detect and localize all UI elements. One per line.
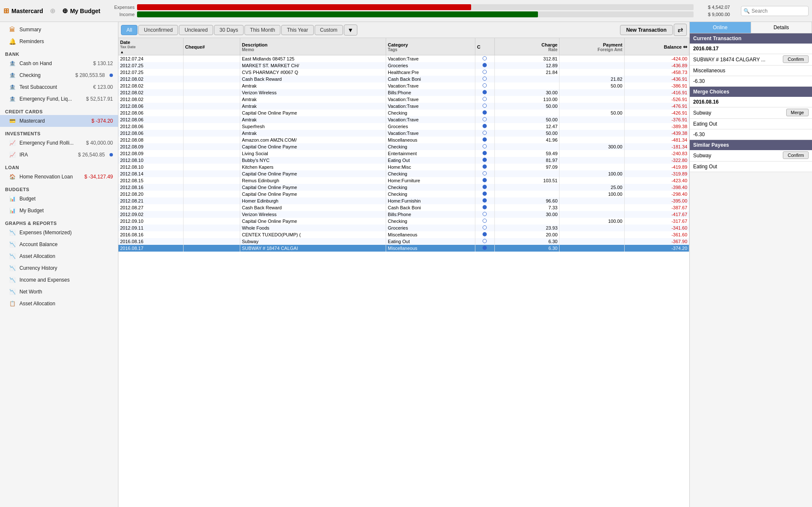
table-row[interactable]: 2012.08.20 Capital One Online Payme Chec… (118, 191, 689, 197)
table-row[interactable]: 2012.08.06 Capital One Online Payme Chec… (118, 110, 689, 116)
th-date[interactable]: Date Tax Date ▲ (118, 38, 183, 55)
graph-icon-7: 📋 (8, 300, 16, 307)
tab-online[interactable]: Online (690, 22, 751, 33)
sidebar-item-budget[interactable]: 📊 Budget (0, 193, 118, 205)
loan-header[interactable]: LOAN (0, 162, 118, 171)
th-c[interactable]: C (475, 38, 494, 55)
investments-header[interactable]: INVESTMENTS (0, 129, 118, 137)
filter-this-month[interactable]: This Month (244, 25, 280, 35)
new-transaction-btn[interactable]: New Transaction (620, 25, 673, 35)
table-row[interactable]: 2016.08.16 Subway Eating Out 6.30 -367.9… (118, 238, 689, 245)
sidebar-item-checking[interactable]: 🏦 Checking $ 280,553.58 (0, 69, 118, 81)
table-row[interactable]: 2012.08.02 Cash Back Reward Cash Back Bo… (118, 76, 689, 82)
table-row[interactable]: 2012.09.02 Verizon Wireless Bills:Phone … (118, 211, 689, 218)
sidebar-item-reminders[interactable]: 🔔 Reminders (0, 36, 118, 47)
cell-payment (560, 177, 624, 184)
account-selector[interactable]: ⊞ Mastercard (3, 7, 43, 15)
sidebar-item-expenses-memo[interactable]: 📉 Expenses (Memorized) (0, 227, 118, 238)
currency-history-label: Currency History (19, 265, 113, 271)
search-input[interactable] (741, 6, 809, 16)
cell-payment: 100.00 (560, 170, 624, 177)
cell-desc: Kitchen Kapers (240, 164, 386, 170)
table-row[interactable]: 2012.08.10 Kitchen Kapers Home:Misc 97.0… (118, 164, 689, 170)
table-row[interactable]: 2012.08.06 Amtrak Vacation:Trave 50.00 -… (118, 116, 689, 123)
col-resize-handle[interactable]: ⇔ (683, 44, 687, 50)
summary-icon: 🏛 (8, 26, 16, 33)
graph-icon-1: 📉 (8, 229, 16, 236)
graphs-header[interactable]: GRAPHS & REPORTS (0, 218, 118, 227)
bank-icon-checking: 🏦 (8, 71, 16, 79)
sidebar-item-loan[interactable]: 🏠 Home Renovation Loan $ -34,127.49 (0, 171, 118, 183)
table-row[interactable]: 2012.08.06 Amtrak Vacation:Trave 50.00 -… (118, 103, 689, 110)
table-row[interactable]: 2012.07.25 MARKET ST. MARKET CH/ Groceri… (118, 62, 689, 69)
table-row[interactable]: 2012.08.09 Capital One Online Payme Chec… (118, 143, 689, 150)
cell-payment (560, 123, 624, 130)
table-row[interactable]: 2012.08.08 Amazon.com AMZN.COM/ Miscella… (118, 137, 689, 143)
cell-cheque (183, 191, 240, 197)
filter-custom[interactable]: Custom (315, 25, 343, 35)
filter-unconfirmed[interactable]: Unconfirmed (138, 25, 178, 35)
cell-cat: Eating Out (386, 157, 475, 164)
cell-cat: Checking (386, 110, 475, 116)
cell-desc: Subway (240, 238, 386, 245)
budget-label: My Budget (70, 8, 101, 14)
budgets-header[interactable]: BUDGETS (0, 184, 118, 193)
table-row[interactable]: 2012.08.02 Amtrak Vacation:Trave 50.00 -… (118, 82, 689, 89)
table-row[interactable]: 2012.08.09 Living Social Entertainment 5… (118, 150, 689, 157)
filter-all[interactable]: All (121, 25, 137, 35)
sidebar-item-account-balance[interactable]: 📉 Account Balance (0, 238, 118, 250)
bank-header[interactable]: BANK (0, 49, 118, 58)
sidebar-item-my-budget[interactable]: 📊 My Budget (0, 205, 118, 217)
sidebar-item-efr[interactable]: 📈 Emergency Fund Rolli... $ 40,000.00 (0, 137, 118, 149)
confirm-btn-1[interactable]: Confirm (783, 55, 809, 63)
sidebar-item-income-expenses[interactable]: 📉 Income and Expenses (0, 274, 118, 286)
cell-cleared (475, 211, 494, 218)
ct-category: Miscellaneous (693, 68, 725, 74)
table-row[interactable]: 2012.08.02 Amtrak Vacation:Trave 110.00 … (118, 96, 689, 103)
filter-uncleared[interactable]: Uncleared (179, 25, 213, 35)
transactions: Date Tax Date ▲ Cheque# Description Memo (118, 38, 689, 252)
table-row[interactable]: 2016.08.17 SUBWAY # 18474 CALGAI Miscell… (118, 245, 689, 252)
sidebar-item-net-worth[interactable]: 📉 Net Worth (0, 286, 118, 298)
table-row[interactable]: 2012.07.24 East Midlands 08457 125 Vacat… (118, 55, 689, 63)
sidebar-item-asset-alloc[interactable]: 📉 Asset Allocation (0, 250, 118, 262)
budget-selector[interactable]: ⊕ My Budget (62, 7, 101, 15)
table-row[interactable]: 2012.09.10 Capital One Online Payme Chec… (118, 218, 689, 225)
sidebar-investments-section: INVESTMENTS 📈 Emergency Fund Rolli... $ … (0, 129, 118, 161)
cell-payment (560, 204, 624, 211)
table-row[interactable]: 2012.09.11 Whole Foods Groceries 23.93 -… (118, 225, 689, 231)
table-row[interactable]: 2012.08.27 Cash Back Reward Cash Back Bo… (118, 204, 689, 211)
table-row[interactable]: 2012.08.15 Remus Edinburgh Home:Furnitur… (118, 177, 689, 184)
table-row[interactable]: 2012.08.06 Amtrak Vacation:Trave 50.00 -… (118, 130, 689, 137)
invest-icon-efr: 📈 (8, 139, 16, 147)
filter-this-year[interactable]: This Year (281, 25, 313, 35)
sidebar-item-ira[interactable]: 📈 IRA $ 26,540.85 (0, 149, 118, 161)
tab-details[interactable]: Details (751, 22, 812, 33)
sidebar-item-mastercard[interactable]: 💳 Mastercard $ -374.20 (0, 115, 118, 127)
sidebar-item-summary[interactable]: 🏛 Summary (0, 24, 118, 36)
credit-header[interactable]: CREDIT CARDS (0, 107, 118, 115)
cell-payment (560, 62, 624, 69)
table-row[interactable]: 2016.08.16 CENTEX TUXEDO(PUMP) ( Miscell… (118, 231, 689, 238)
cell-charge: 12.89 (494, 62, 559, 69)
sidebar-item-asset-alloc2[interactable]: 📋 Asset Allocation (0, 298, 118, 310)
sidebar-item-cash[interactable]: 🏦 Cash on Hand $ 130.12 (0, 58, 118, 69)
filter-dropdown-btn[interactable]: ▼ (344, 25, 357, 36)
th-cheque[interactable]: Cheque# (183, 38, 240, 55)
transaction-options-btn[interactable]: ⇄ (674, 24, 687, 36)
table-row[interactable]: 2012.08.21 Homer Edinburgh Home:Furnishi… (118, 197, 689, 204)
merge-btn[interactable]: Merge (786, 109, 809, 116)
table-row[interactable]: 2012.08.14 Capital One Online Payme Chec… (118, 170, 689, 177)
table-row[interactable]: 2012.08.06 Superfresh Groceries 12.47 -3… (118, 123, 689, 130)
sidebar-item-currency-history[interactable]: 📉 Currency History (0, 262, 118, 274)
cell-payment (560, 130, 624, 137)
table-row[interactable]: 2012.07.25 CVS PHARMACY #0067 Q Healthca… (118, 69, 689, 76)
sidebar-item-subaccount[interactable]: 🏦 Test Subaccount € 123.00 (0, 81, 118, 93)
confirm-btn-2[interactable]: Confirm (783, 151, 809, 159)
cell-date: 2012.09.10 (118, 218, 183, 225)
table-row[interactable]: 2012.08.16 Capital One Online Payme Chec… (118, 184, 689, 191)
sidebar-item-emergency[interactable]: 🏦 Emergency Fund, Liq... $ 52,517.91 (0, 93, 118, 105)
table-row[interactable]: 2012.08.10 Bubby's NYC Eating Out 81.97 … (118, 157, 689, 164)
filter-30days[interactable]: 30 Days (214, 25, 244, 35)
table-row[interactable]: 2012.08.02 Verizon Wireless Bills:Phone … (118, 89, 689, 96)
